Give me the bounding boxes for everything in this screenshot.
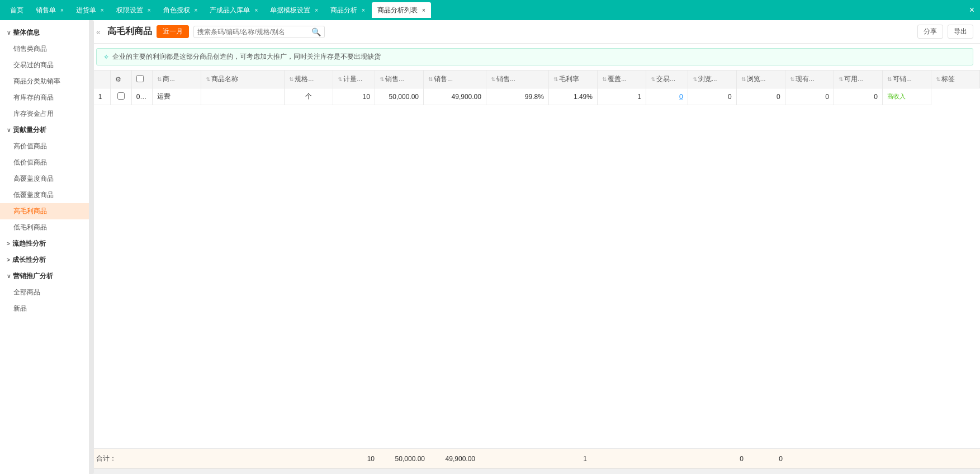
sidebar-collapse-button[interactable]: [89, 20, 94, 474]
sidebar-item-全部商品[interactable]: 全部商品: [0, 284, 89, 301]
browse-link[interactable]: 0: [679, 93, 683, 101]
col-sort-icon[interactable]: ⇅: [839, 76, 843, 82]
col-sort-icon[interactable]: ⇅: [741, 76, 746, 82]
sidebar-item-商品分类助销率[interactable]: 商品分类助销率: [0, 73, 89, 90]
cell-coverage: 1.49%: [548, 88, 597, 105]
sidebar-group-贡献量分析[interactable]: ∨贡献量分析: [0, 122, 89, 138]
close-all-button[interactable]: ×: [969, 5, 974, 15]
col-header-settings[interactable]: ⚙: [111, 71, 131, 88]
nav-tab-单据模板设置[interactable]: 单据模板设置×: [264, 2, 324, 18]
col-sort-icon[interactable]: ⇅: [157, 76, 162, 82]
bottom-scrollbar[interactable]: [89, 468, 980, 474]
cell-unit: 个: [285, 88, 333, 105]
col-sort-icon[interactable]: ⇅: [206, 76, 210, 82]
tip-icon: ✧: [103, 53, 109, 61]
search-input[interactable]: [197, 28, 309, 36]
col-header-browse2: ⇅浏览...: [736, 71, 785, 88]
col-header-tag: ⇅标签: [931, 71, 979, 88]
nav-tab-label: 首页: [10, 6, 23, 15]
col-header-spec: ⇅规格...: [285, 71, 333, 88]
sidebar: ∨整体信息销售类商品交易过的商品商品分类助销率有库存的商品库存资金占用∨贡献量分…: [0, 20, 89, 474]
nav-tab-商品分析[interactable]: 商品分析×: [325, 2, 371, 18]
tab-close-icon[interactable]: ×: [362, 7, 365, 13]
period-last-month-button[interactable]: 近一月: [157, 25, 189, 38]
group-arrow-icon: >: [7, 241, 10, 247]
col-sort-icon[interactable]: ⇅: [380, 76, 384, 82]
sidebar-item-高覆盖度商品[interactable]: 高覆盖度商品: [0, 171, 89, 187]
sidebar-item-低毛利商品[interactable]: 低毛利商品: [0, 219, 89, 236]
nav-tab-label: 商品分析: [330, 6, 357, 15]
row-checkbox[interactable]: [117, 92, 125, 100]
settings-icon[interactable]: ⚙: [115, 76, 121, 83]
col-header-trade: ⇅交易...: [646, 71, 688, 88]
col-sort-icon[interactable]: ⇅: [693, 76, 697, 82]
tab-close-icon[interactable]: ×: [422, 7, 425, 13]
footer-label: 合计：: [96, 454, 116, 463]
sidebar-group-成长性分析[interactable]: >成长性分析: [0, 252, 89, 268]
collapse-sidebar-button[interactable]: «: [96, 27, 101, 36]
sidebar-item-低价值商品[interactable]: 低价值商品: [0, 154, 89, 171]
col-sort-icon[interactable]: ⇅: [602, 76, 607, 82]
top-navigation: 首页销售单×进货单×权限设置×角色授权×产成品入库单×单据模板设置×商品分析×商…: [0, 0, 980, 20]
tab-close-icon[interactable]: ×: [101, 7, 104, 13]
search-icon[interactable]: 🔍: [311, 27, 321, 36]
select-all-checkbox[interactable]: [136, 75, 144, 82]
nav-tab-label: 权限设置: [116, 6, 143, 15]
sidebar-item-销售类商品[interactable]: 销售类商品: [0, 41, 89, 57]
tip-banner: ✧ 企业的主要的利润都是这部分商品创造的，可考虑加大推广，同时关注库存是不要出现…: [96, 48, 973, 65]
footer-cell: [670, 455, 709, 463]
cell-spec: [201, 88, 285, 105]
nav-tab-首页[interactable]: 首页: [4, 2, 29, 18]
col-sort-icon[interactable]: ⇅: [790, 76, 794, 82]
sidebar-item-高毛利商品[interactable]: 高毛利商品: [0, 203, 89, 219]
footer-cell: [591, 455, 631, 463]
sidebar-item-交易过的商品[interactable]: 交易过的商品: [0, 57, 89, 73]
tab-close-icon[interactable]: ×: [60, 7, 64, 13]
sidebar-item-低覆盖度商品[interactable]: 低覆盖度商品: [0, 187, 89, 203]
nav-tab-角色授权[interactable]: 角色授权×: [158, 2, 203, 18]
cell-trade: 1: [597, 88, 646, 105]
footer-cell: [631, 455, 670, 463]
col-sort-icon[interactable]: ⇅: [428, 76, 433, 82]
table-header: ⚙⇅商...⇅商品名称⇅规格...⇅计量...⇅销售...⇅销售...⇅销售..…: [90, 71, 980, 88]
sidebar-item-高价值商品[interactable]: 高价值商品: [0, 138, 89, 154]
group-label: 流趋性分析: [12, 239, 46, 248]
table-container[interactable]: ⚙⇅商...⇅商品名称⇅规格...⇅计量...⇅销售...⇅销售...⇅销售..…: [89, 70, 980, 448]
tab-close-icon[interactable]: ×: [315, 7, 318, 13]
col-sort-icon[interactable]: ⇅: [289, 76, 293, 82]
col-sort-icon[interactable]: ⇅: [338, 76, 342, 82]
sidebar-group-营销推广分析[interactable]: ∨营销推广分析: [0, 268, 89, 284]
sidebar-group-流趋性分析[interactable]: >流趋性分析: [0, 236, 89, 252]
sidebar-group-整体信息[interactable]: ∨整体信息: [0, 25, 89, 41]
sidebar-item-新品[interactable]: 新品: [0, 301, 89, 317]
group-label: 整体信息: [13, 28, 40, 37]
nav-tab-销售单[interactable]: 销售单×: [30, 2, 69, 18]
table-body: 10000...运费个1050,000.0049,900.0099.8%1.49…: [90, 88, 980, 105]
nav-tab-进货单[interactable]: 进货单×: [70, 2, 110, 18]
export-button[interactable]: 导出: [948, 25, 973, 39]
tag-badge: 高收入: [887, 93, 906, 100]
cell-sales_profit: 49,900.00: [424, 88, 486, 105]
sidebar-item-有库存的商品[interactable]: 有库存的商品: [0, 90, 89, 106]
tab-close-icon[interactable]: ×: [254, 7, 258, 13]
col-sort-icon[interactable]: ⇅: [936, 76, 940, 82]
footer-cell: [161, 455, 200, 463]
sidebar-item-库存资金占用[interactable]: 库存资金占用: [0, 106, 89, 122]
tab-close-icon[interactable]: ×: [195, 7, 198, 13]
header-actions: 分享 导出: [917, 25, 973, 39]
nav-tab-商品分析列表[interactable]: 商品分析列表×: [372, 2, 431, 18]
nav-tab-产成品入库单[interactable]: 产成品入库单×: [204, 2, 263, 18]
nav-tab-权限设置[interactable]: 权限设置×: [111, 2, 157, 18]
nav-tab-label: 商品分析列表: [377, 6, 418, 15]
share-button[interactable]: 分享: [917, 25, 943, 39]
col-header-coverage: ⇅覆盖...: [597, 71, 646, 88]
col-sort-icon[interactable]: ⇅: [491, 76, 495, 82]
col-header-checkbox[interactable]: [131, 71, 152, 88]
col-sort-icon[interactable]: ⇅: [553, 76, 558, 82]
nav-tab-label: 产成品入库单: [210, 6, 250, 15]
tab-close-icon[interactable]: ×: [148, 7, 151, 13]
col-sort-icon[interactable]: ⇅: [887, 76, 892, 82]
table-row[interactable]: 10000...运费个1050,000.0049,900.0099.8%1.49…: [90, 88, 980, 105]
col-sort-icon[interactable]: ⇅: [651, 76, 655, 82]
cell-checkbox[interactable]: [111, 88, 131, 105]
